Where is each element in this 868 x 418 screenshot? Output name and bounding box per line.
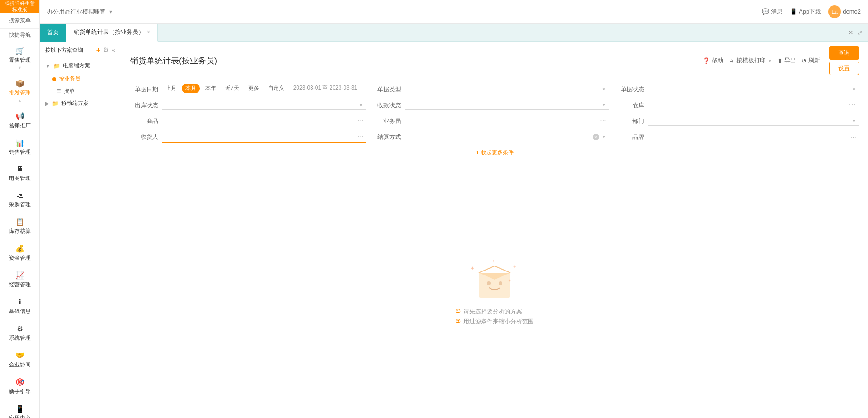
receipt-status-filter: 收款状态 ▼ [373,99,616,111]
tree-folder-mobile[interactable]: ▶ 📁 移动端方案 [40,97,121,110]
refresh-button[interactable]: ↺ 刷新 [802,57,820,65]
payment-method-filter: 结算方式 ✕ ▼ [373,131,616,143]
settings-scheme-icon[interactable]: ⚙ [103,46,109,54]
query-button[interactable]: 查询 [829,46,859,60]
salesperson-filter: 业务员 ··· [373,115,616,127]
payment-dropdown-icon[interactable]: ▼ [602,134,606,139]
receipt-status-label: 收款状态 [373,101,405,109]
date-tab-this-year[interactable]: 本年 [202,84,220,93]
out-status-label: 出库状态 [130,101,162,109]
topbar-right: 💬 消息 📱 App下载 Ea demo2 [762,5,861,18]
main-area: 办公用品行业模拟账套 ▾ 💬 消息 📱 App下载 Ea demo2 首页 [40,0,868,418]
date-tab-more[interactable]: 更多 [245,84,263,93]
print-button[interactable]: 🖨 按模板打印 ▼ [729,57,772,65]
wholesale-icon: 📦 [15,79,24,88]
svg-text:✦: ✦ [513,264,516,269]
doc-status-dropdown-icon[interactable]: ▼ [852,87,856,92]
sidebar-item-sales[interactable]: 📊 销售管理 [0,134,39,161]
sales-icon: 📊 [15,138,24,147]
print-dropdown-icon[interactable]: ▼ [768,58,772,63]
date-tab-custom[interactable]: 自定义 [264,84,288,93]
brand-ellipsis-icon[interactable]: ··· [850,133,856,141]
left-panel: 按以下方案查询 + ⚙ « ▼ 📁 电脑端方案 按业务员 ☰ 按单 [40,42,121,418]
svg-text:✦: ✦ [470,265,475,272]
messages-button[interactable]: 💬 消息 [762,8,783,16]
left-panel-header: 按以下方案查询 + ⚙ « [40,42,121,59]
salesperson-ellipsis-icon[interactable]: ··· [600,117,606,125]
product-ellipsis-icon[interactable]: ··· [357,117,363,125]
operations-icon: 📈 [15,271,24,280]
sidebar-item-enterprise[interactable]: 🤝 企业协同 [0,347,39,373]
chevron-up-icon: ▲ [18,98,22,103]
topbar: 办公用品行业模拟账套 ▾ 💬 消息 📱 App下载 Ea demo2 [40,0,868,24]
sidebar-item-ecommerce[interactable]: 🖥 电商管理 [0,161,39,187]
receipt-status-dropdown-icon[interactable]: ▼ [602,103,606,108]
product-label: 商品 [130,117,162,125]
topbar-dropdown-icon[interactable]: ▾ [109,9,112,15]
collapse-panel-icon[interactable]: « [112,46,115,54]
order-icon: ☰ [56,88,61,95]
sidebar-item-system[interactable]: ⚙ 系统管理 [0,320,39,347]
user-menu[interactable]: Ea demo2 [828,5,861,18]
help-icon: ❓ [703,57,710,64]
folder-chevron-icon: ▼ [45,63,51,69]
receiver-label: 收货人 [130,133,162,141]
add-scheme-icon[interactable]: + [96,46,100,54]
department-label: 部门 [616,117,648,125]
date-tab-last-month[interactable]: 上月 [162,84,180,93]
tab-sales-stats[interactable]: 销货单统计表（按业务员） × [66,24,158,42]
sidebar-item-apps[interactable]: 📱 应用中心 [0,400,39,418]
date-range-display: 2023-03-01 至 2023-03-31 [293,84,357,93]
tree-item-by-order[interactable]: ☰ 按单 [40,86,121,97]
sidebar-item-inventory[interactable]: 📋 库存核算 [0,213,39,240]
print-icon: 🖨 [729,57,735,64]
receiver-ellipsis-icon[interactable]: ··· [357,133,363,141]
sidebar-item-retail[interactable]: 🛒 零售管理 ▼ [0,42,39,75]
inventory-icon: 📋 [15,218,24,226]
sidebar-item-newbie[interactable]: 🎯 新手引导 [0,373,39,400]
settings-button[interactable]: 设置 [829,62,859,75]
tab-maximize-icon[interactable]: ⤢ [857,29,863,36]
help-button[interactable]: ❓ 帮助 [703,57,723,65]
sidebar-item-wholesale[interactable]: 📦 批发管理 ▲ [0,75,39,107]
filter-area: 单据日期 上月 本月 本年 近7天 更多 自定义 2023-03-01 至 20… [121,78,868,166]
app-download-button[interactable]: 📱 App下载 [790,8,821,16]
folder-icon: 📁 [53,63,60,69]
warehouse-ellipsis-icon[interactable]: ··· [849,101,856,109]
topbar-left: 办公用品行业模拟账套 ▾ [47,8,112,16]
mobile-folder-icon: 📁 [52,100,59,107]
doc-status-label: 单据状态 [616,86,648,94]
tab-close-window-icon[interactable]: ✕ [848,29,854,36]
date-tab-7days[interactable]: 近7天 [222,84,243,93]
department-dropdown-icon[interactable]: ▼ [852,119,856,124]
doc-status-filter: 单据状态 ▼ [616,84,859,95]
refresh-icon: ↺ [802,57,807,64]
svg-point-1 [487,281,491,285]
message-icon: 💬 [762,8,769,15]
date-tab-this-month[interactable]: 本月 [182,84,200,93]
warehouse-filter: 仓库 ··· [616,99,859,111]
sidebar-item-basic[interactable]: ℹ 基础信息 [0,293,39,320]
chevron-down-icon: ▼ [18,66,22,70]
tab-close-icon[interactable]: × [147,29,150,35]
download-icon: 📱 [790,8,797,15]
export-icon: ⬆ [778,57,783,64]
sidebar-item-marketing[interactable]: 📢 营销推广 [0,107,39,134]
warehouse-label: 仓库 [616,101,648,109]
sidebar-item-purchase[interactable]: 🛍 采购管理 [0,187,39,213]
doc-type-dropdown-icon[interactable]: ▼ [602,87,606,92]
sidebar-shortcut[interactable]: 快捷导航 [0,28,39,42]
ecommerce-icon: 🖥 [16,165,24,173]
out-status-dropdown-icon[interactable]: ▼ [359,103,363,108]
sidebar-search[interactable]: 搜索菜单 [0,13,39,28]
tree-folder-desktop[interactable]: ▼ 📁 电脑端方案 [40,59,121,72]
sidebar-item-operations[interactable]: 📈 经营管理 [0,266,39,293]
empty-tip-2: ② 用过滤条件来缩小分析范围 [455,318,534,326]
tab-home[interactable]: 首页 [40,24,66,42]
sidebar-item-finance[interactable]: 💰 资金管理 [0,240,39,266]
export-button[interactable]: ⬆ 导出 [778,57,796,65]
collapse-filter-button[interactable]: ⬆ 收起更多条件 [130,145,859,160]
payment-clear-icon[interactable]: ✕ [593,134,599,140]
tree-item-salesperson[interactable]: 按业务员 [40,72,121,86]
left-panel-icons: + ⚙ « [96,46,115,54]
